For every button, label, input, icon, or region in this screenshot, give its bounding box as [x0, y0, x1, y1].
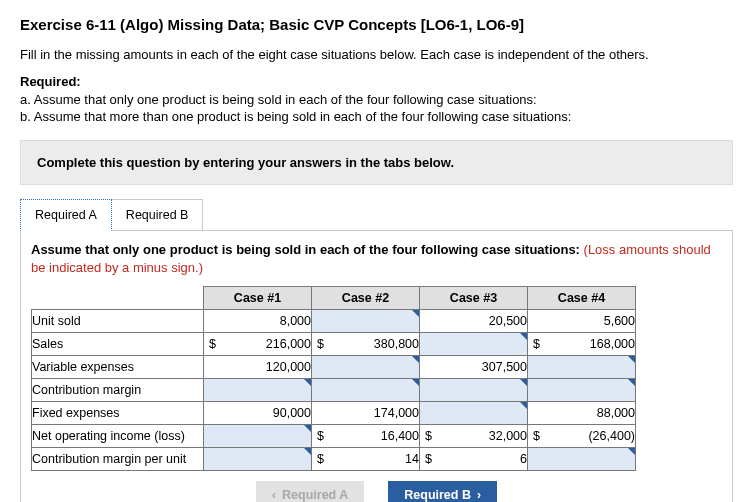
- prev-label: Required A: [282, 488, 348, 502]
- noi-c1-input[interactable]: [204, 425, 312, 448]
- varexp-c4-input[interactable]: [528, 356, 636, 379]
- table-row: Variable expenses 120,000 307,500: [32, 356, 636, 379]
- noi-c4: $(26,400): [528, 425, 636, 448]
- fixed-c2: 174,000: [312, 402, 420, 425]
- assumption-main: Assume that only one product is being so…: [31, 242, 584, 257]
- cm-c4-input[interactable]: [528, 379, 636, 402]
- col-case-2: Case #2: [312, 287, 420, 310]
- row-noi: Net operating income (loss): [32, 425, 204, 448]
- table-row: Sales $216,000 $380,800 $168,000: [32, 333, 636, 356]
- sales-c2: $380,800: [312, 333, 420, 356]
- instruction-box: Complete this question by entering your …: [20, 140, 733, 185]
- chevron-right-icon: ›: [477, 488, 481, 502]
- fixed-c4: 88,000: [528, 402, 636, 425]
- row-unit-sold: Unit sold: [32, 310, 204, 333]
- unit-sold-c3: 20,500: [420, 310, 528, 333]
- table-row: Contribution margin: [32, 379, 636, 402]
- required-header: Required:: [20, 74, 733, 89]
- sales-c3-input[interactable]: [420, 333, 528, 356]
- col-case-4: Case #4: [528, 287, 636, 310]
- varexp-c2-input[interactable]: [312, 356, 420, 379]
- varexp-c1: 120,000: [204, 356, 312, 379]
- row-var-exp: Variable expenses: [32, 356, 204, 379]
- sales-c1: $216,000: [204, 333, 312, 356]
- varexp-c3: 307,500: [420, 356, 528, 379]
- cm-c3-input[interactable]: [420, 379, 528, 402]
- tab-strip: Required A Required B: [20, 199, 733, 231]
- tab-container: Required A Required B Assume that only o…: [20, 199, 733, 502]
- intro-text: Fill in the missing amounts in each of t…: [20, 47, 733, 64]
- table-row: Fixed expenses 90,000 174,000 88,000: [32, 402, 636, 425]
- cm-c2-input[interactable]: [312, 379, 420, 402]
- exercise-title: Exercise 6-11 (Algo) Missing Data; Basic…: [20, 16, 733, 33]
- cmpu-c2: $14: [312, 448, 420, 471]
- assumption-text: Assume that only one product is being so…: [31, 241, 722, 276]
- required-item-b: b. Assume that more than one product is …: [20, 108, 733, 126]
- noi-c2: $16,400: [312, 425, 420, 448]
- chevron-left-icon: ‹: [272, 488, 276, 502]
- unit-sold-c1: 8,000: [204, 310, 312, 333]
- row-cm: Contribution margin: [32, 379, 204, 402]
- sales-c4: $168,000: [528, 333, 636, 356]
- row-cmpu: Contribution margin per unit: [32, 448, 204, 471]
- fixed-c3-input[interactable]: [420, 402, 528, 425]
- unit-sold-c4: 5,600: [528, 310, 636, 333]
- table-row: Contribution margin per unit $14 $6: [32, 448, 636, 471]
- row-sales: Sales: [32, 333, 204, 356]
- row-fixed: Fixed expenses: [32, 402, 204, 425]
- data-table: Case #1 Case #2 Case #3 Case #4 Unit sol…: [31, 286, 636, 471]
- next-label: Required B: [404, 488, 471, 502]
- required-list: a. Assume that only one product is being…: [20, 91, 733, 126]
- tab-panel-a: Assume that only one product is being so…: [20, 230, 733, 502]
- table-row: Unit sold 8,000 20,500 5,600: [32, 310, 636, 333]
- col-case-3: Case #3: [420, 287, 528, 310]
- col-case-1: Case #1: [204, 287, 312, 310]
- next-required-b-button[interactable]: Required B ›: [388, 481, 497, 502]
- cmpu-c1-input[interactable]: [204, 448, 312, 471]
- cm-c1-input[interactable]: [204, 379, 312, 402]
- tab-required-b[interactable]: Required B: [112, 199, 204, 231]
- fixed-c1: 90,000: [204, 402, 312, 425]
- required-item-a: a. Assume that only one product is being…: [20, 91, 733, 109]
- cmpu-c4-input[interactable]: [528, 448, 636, 471]
- unit-sold-c2-input[interactable]: [312, 310, 420, 333]
- table-row: Net operating income (loss) $16,400 $32,…: [32, 425, 636, 448]
- prev-required-a-button: ‹ Required A: [256, 481, 364, 502]
- noi-c3: $32,000: [420, 425, 528, 448]
- cmpu-c3: $6: [420, 448, 528, 471]
- nav-buttons: ‹ Required A Required B ›: [31, 481, 722, 502]
- table-header-row: Case #1 Case #2 Case #3 Case #4: [32, 287, 636, 310]
- tab-required-a[interactable]: Required A: [20, 199, 112, 231]
